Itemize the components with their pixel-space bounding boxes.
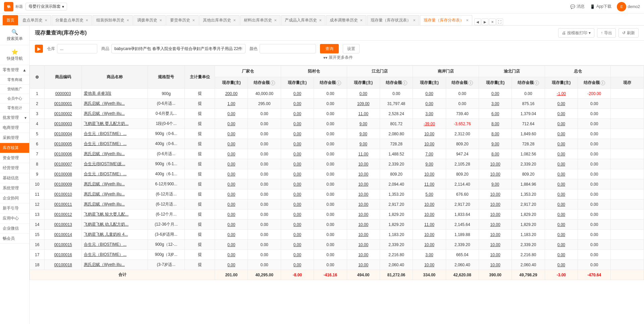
row-factory-qty[interactable]: 0.00 (215, 109, 248, 119)
row-jiangbei-qty[interactable]: 0.00 (347, 89, 380, 99)
row-total-qty[interactable]: 0.00 (545, 149, 578, 159)
row-name[interactable]: 惠氏启赋（Wyeth illu... (82, 109, 148, 119)
row-total-qty[interactable]: 0.00 (545, 99, 578, 109)
row-jiangbei-qty[interactable]: 10.00 (347, 220, 380, 230)
row-total-qty[interactable]: 0.00 (545, 250, 578, 260)
setting-btn[interactable]: 设置 (343, 44, 360, 53)
row-code[interactable]: 00100011 (45, 199, 82, 210)
row-factory-qty[interactable]: 0.00 (215, 210, 248, 220)
warehouse-input[interactable] (57, 44, 97, 53)
app-download-btn[interactable]: 📱 App下载 (590, 4, 611, 9)
yubei-amt-info[interactable]: i (534, 81, 539, 85)
row-code[interactable]: 00100003 (45, 119, 82, 129)
sidebar-item-operation[interactable]: 经营管理 (0, 163, 29, 173)
row-name[interactable]: 飞鹤星飞帆 幼儿配方奶... (82, 220, 148, 230)
row-code[interactable]: 00100009 (45, 179, 82, 189)
row-code[interactable]: 00100002 (45, 109, 82, 119)
color-input[interactable] (260, 44, 316, 53)
row-yubei-qty[interactable]: 10.00 (479, 230, 512, 240)
tab-transfer-history[interactable]: 调拨单历史 ✕ (133, 15, 166, 25)
row-jiangbei-qty[interactable]: 9.00 (347, 139, 380, 149)
row-jiangbei-qty[interactable]: 109.00 (347, 99, 380, 109)
row-yubei-qty[interactable]: 8.00 (479, 129, 512, 139)
row-nanan-qty[interactable]: 9.00 (413, 159, 446, 169)
row-yubei-qty[interactable]: 10.00 (479, 189, 512, 199)
row-name[interactable]: 惠氏启赋（Wyeth illu... (82, 260, 148, 270)
row-nanan-qty[interactable]: 10.00 (413, 169, 446, 179)
row-total-qty[interactable]: 0.00 (545, 240, 578, 250)
row-name[interactable]: 爱他美 卓睿3段 (82, 89, 148, 99)
row-jiangbei-qty[interactable]: 9.00 (347, 119, 380, 129)
sidebar-item-quick-nav[interactable]: ⭐ 快捷导航 (0, 45, 29, 65)
row-name[interactable]: 飞鹤星飞帆 婴儿配方奶... (82, 119, 148, 129)
sidebar-item-retail[interactable]: 零售管理 ▲ (0, 65, 29, 75)
user-area[interactable]: E demo2 (617, 2, 640, 11)
row-yubei-qty[interactable]: 9.00 (479, 179, 512, 189)
tab-assembly-history[interactable]: 组装拆卸单历史 ✕ (93, 15, 133, 25)
row-mocun-qty[interactable]: 0.00 (281, 250, 314, 260)
row-jiangbei-qty[interactable]: 10.00 (347, 240, 380, 250)
tab-close-all-btn[interactable]: ✕ (489, 18, 496, 25)
row-jiangbei-qty[interactable]: 10.00 (347, 230, 380, 240)
total-amt-info[interactable]: i (600, 81, 605, 85)
col-settings-header[interactable]: ⚙ (30, 66, 45, 89)
row-name[interactable]: 惠氏启赋（Wyeth illu... (82, 199, 148, 210)
tab-inventory-history[interactable]: 盘点单历史 ✕ (19, 15, 51, 25)
row-nanan-qty[interactable]: 11.00 (413, 220, 446, 230)
refresh-btn[interactable]: ↺ 刷新 (619, 28, 639, 38)
row-nanan-qty[interactable]: 0.00 (413, 99, 446, 109)
tab-close-icon[interactable]: ✕ (413, 18, 416, 22)
row-name[interactable]: 惠氏启赋（Wyeth illu... (82, 99, 148, 109)
row-name[interactable]: 合生元（BIOSTIME）... (82, 240, 148, 250)
row-mocun-qty[interactable]: 0.00 (281, 210, 314, 220)
tab-close-icon[interactable]: ✕ (466, 18, 469, 22)
row-jiangbei-qty[interactable]: 11.00 (347, 109, 380, 119)
tab-portion-history[interactable]: 分量盘点单历史 ✕ (52, 15, 92, 25)
sidebar-item-search[interactable]: 🔍 搜索英单 (0, 26, 29, 45)
row-jiangbei-qty[interactable]: 10.00 (347, 250, 380, 260)
row-total-qty[interactable]: 0.00 (545, 139, 578, 149)
row-code[interactable]: 00100007 (45, 159, 82, 169)
row-code[interactable]: 00100004 (45, 129, 82, 139)
row-nanan-qty[interactable]: 5.00 (413, 189, 446, 199)
sidebar-item-basic[interactable]: 基础信息 (0, 173, 29, 183)
tab-product-inbound[interactable]: 产成品入库单历史 ✕ (281, 15, 325, 25)
row-total-qty[interactable]: -1.00 (545, 89, 578, 99)
tab-next-btn[interactable]: ▶ (482, 18, 488, 25)
row-factory-qty[interactable]: 0.00 (215, 169, 248, 179)
product-input[interactable] (111, 44, 246, 53)
row-total-qty[interactable]: 0.00 (545, 109, 578, 119)
message-btn[interactable]: 💬 消息 (570, 4, 585, 9)
row-nanan-qty[interactable]: 10.00 (413, 210, 446, 220)
row-yubei-qty[interactable]: 10.00 (479, 210, 512, 220)
row-total-qty[interactable]: 0.00 (545, 220, 578, 230)
row-factory-qty[interactable]: 0.00 (215, 199, 248, 210)
row-factory-qty[interactable]: 0.00 (215, 119, 248, 129)
tab-home[interactable]: 首页 (3, 15, 18, 25)
row-factory-qty[interactable]: 0.00 (215, 139, 248, 149)
tab-close-icon[interactable]: ✕ (45, 18, 47, 22)
row-jiangbei-qty[interactable]: 11.00 (347, 149, 380, 159)
row-code[interactable]: 00100012 (45, 210, 82, 220)
row-total-qty[interactable]: 0.00 (545, 189, 578, 199)
row-total-qty[interactable]: 0.00 (545, 230, 578, 240)
sidebar-item-member-vip[interactable]: 畅会员 (0, 234, 29, 244)
row-yubei-qty[interactable]: 10.00 (479, 159, 512, 169)
row-jiangbei-qty[interactable]: 10.00 (347, 260, 380, 270)
row-yubei-qty[interactable]: 10.00 (479, 250, 512, 260)
row-factory-qty[interactable]: 0.00 (215, 129, 248, 139)
sidebar-item-appcenter[interactable]: 应用中心 (0, 214, 29, 224)
sidebar-item-system[interactable]: 系统管理 (0, 183, 29, 193)
row-nanan-qty[interactable]: 10.00 (413, 129, 446, 139)
row-nanan-qty[interactable]: -39.00 (413, 119, 446, 129)
tab-close-icon[interactable]: ✕ (360, 18, 363, 22)
row-mocun-qty[interactable]: 0.00 (281, 109, 314, 119)
row-name[interactable]: 惠氏启赋（Wyeth illu... (82, 149, 148, 159)
expand-conditions-btn[interactable]: ▾▾ 展开更多条件 (323, 55, 353, 60)
row-mocun-qty[interactable]: 0.00 (281, 220, 314, 230)
tab-prev-btn[interactable]: ◀ (474, 18, 481, 25)
row-factory-qty[interactable]: 0.00 (215, 179, 248, 189)
row-factory-qty[interactable]: 0.00 (215, 230, 248, 240)
row-code[interactable]: 00100001 (45, 99, 82, 109)
sidebar-item-retail-mall[interactable]: 零售商城 (0, 75, 29, 85)
